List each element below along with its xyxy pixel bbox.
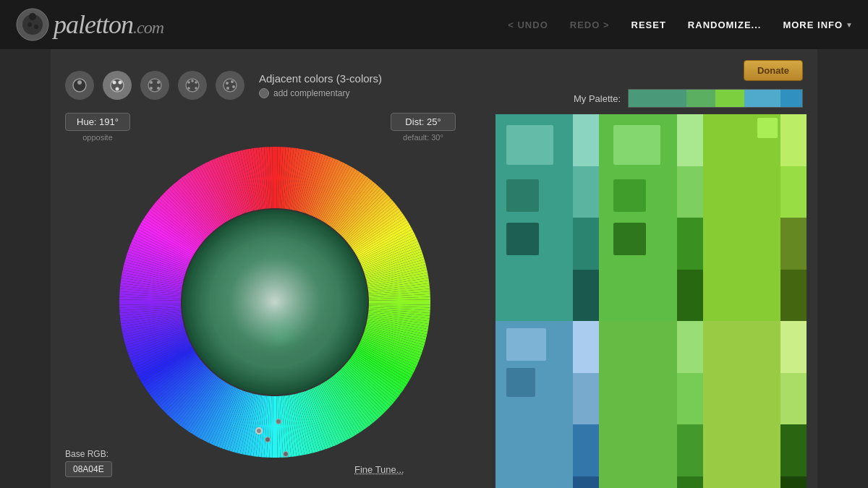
dist-value[interactable]: Dist: 25° (391, 113, 456, 131)
palette-swatch-2 (686, 90, 715, 107)
green-inner-sq-mid (613, 179, 646, 212)
svg-point-20 (187, 87, 190, 90)
teal-inner-sq-light (506, 125, 553, 165)
svg-point-4 (34, 25, 38, 29)
mid-green-right-swatches (677, 321, 703, 488)
base-rgb-value[interactable]: 08A04E (65, 461, 112, 477)
palette-cell-lime[interactable] (703, 114, 807, 321)
lime-right-swatches (780, 114, 807, 321)
logo-area: paletton.com (14, 7, 508, 43)
palette-cell-mid-green[interactable] (599, 321, 702, 488)
blue-rsw-3 (573, 424, 599, 476)
green-rsw-3 (677, 218, 703, 270)
teal-rsw-3 (573, 218, 599, 270)
palette-swatch-1 (629, 90, 686, 107)
palette-cell-blue[interactable] (495, 321, 599, 488)
main-area: Donate (51, 49, 817, 488)
hue-value[interactable]: Hue: 191° (65, 113, 130, 131)
teal-right-swatches (573, 114, 599, 321)
top-row: Adjacent colors (3-colors) add complemen… (65, 64, 803, 107)
svg-point-3 (27, 22, 32, 27)
reset-button[interactable]: RESET (631, 20, 666, 30)
mode-icon-free[interactable] (216, 71, 244, 100)
green-right-swatches (677, 114, 703, 321)
wheel-dot-4 (276, 419, 281, 424)
color-wheel[interactable] (116, 143, 434, 461)
fine-tune-button[interactable]: Fine Tune... (354, 464, 404, 475)
redo-button[interactable]: REDO > (570, 20, 610, 30)
palette-swatch-5 (780, 90, 802, 107)
wheel-dot-3 (265, 437, 271, 442)
mid-green-rsw-3 (677, 424, 703, 476)
lime-rsw-1 (780, 114, 807, 166)
blue-rsw-4 (573, 476, 599, 489)
palette-grid (495, 114, 807, 488)
mode-icon-adjacent[interactable] (103, 71, 132, 100)
blue-inner-sq-light (506, 328, 546, 361)
svg-point-14 (150, 87, 153, 90)
palette-cell-teal[interactable] (495, 114, 599, 321)
palette-cell-green[interactable] (599, 114, 702, 321)
blue-rsw-2 (573, 373, 599, 425)
lime-rsw-4 (780, 270, 807, 322)
yg-rsw-1 (780, 321, 807, 373)
svg-point-9 (119, 81, 122, 85)
svg-point-2 (29, 13, 36, 20)
green-inner-sq-dark (613, 223, 646, 255)
yg-rsw-4 (780, 476, 807, 489)
mid-green-rsw-2 (677, 373, 703, 425)
yg-rsw-3 (780, 424, 807, 476)
green-rsw-2 (677, 166, 703, 218)
add-comp-dot-icon (259, 88, 269, 98)
teal-inner-sq-dark (506, 223, 539, 255)
wheel-dot-1 (255, 427, 263, 435)
blue-inner-sq-mid (506, 368, 535, 397)
add-complementary-label: add complementary (273, 88, 349, 98)
dropdown-arrow-icon: ▼ (846, 21, 854, 29)
svg-point-26 (226, 87, 229, 90)
green-inner-sq-light (613, 125, 660, 165)
dist-sub: default: 30° (403, 133, 443, 142)
dist-control: Dist: 25° default: 30° (391, 113, 456, 142)
palette-type: Adjacent colors (3-colors) add complemen… (259, 72, 382, 98)
logo-domain: .com (133, 18, 163, 37)
svg-point-21 (195, 87, 197, 90)
more-info-button[interactable]: MORE INFO ▼ (783, 20, 854, 30)
svg-point-8 (113, 81, 116, 85)
randomize-button[interactable]: RANDOMIZE... (688, 20, 762, 30)
palette-cell-yellow-green[interactable] (703, 321, 807, 488)
mode-icon-mono[interactable] (65, 71, 94, 100)
lime-top-right (757, 118, 778, 138)
svg-point-25 (232, 85, 235, 88)
green-rsw-4 (677, 270, 703, 322)
wheel-container[interactable] (101, 143, 448, 488)
teal-inner-sq-mid (506, 179, 539, 212)
blue-right-swatches (573, 321, 599, 488)
yg-rsw-2 (780, 373, 807, 425)
lime-rsw-2 (780, 166, 807, 218)
undo-button[interactable]: < UNDO (508, 20, 548, 30)
lime-rsw-3 (780, 218, 807, 270)
svg-point-13 (157, 81, 160, 84)
palette-swatch-4 (744, 90, 780, 107)
wheel-dot-2 (283, 451, 289, 457)
hue-control: Hue: 191° opposite (65, 113, 130, 142)
svg-point-22 (224, 79, 237, 92)
mode-icon-tetrad[interactable] (178, 71, 207, 100)
donate-button[interactable]: Donate (744, 60, 803, 81)
my-palette-area: My Palette: (574, 89, 803, 108)
blue-rsw-1 (573, 321, 599, 373)
add-complementary[interactable]: add complementary (259, 88, 382, 98)
my-palette-label: My Palette: (574, 93, 621, 104)
palette-type-label: Adjacent colors (3-colors) (259, 72, 382, 85)
mode-icons (65, 71, 244, 100)
mode-icon-triad[interactable] (140, 71, 169, 100)
base-rgb-area: Base RGB: 08A04E (65, 449, 112, 477)
palette-swatches[interactable] (628, 89, 803, 108)
svg-point-17 (187, 81, 190, 84)
teal-rsw-2 (573, 166, 599, 218)
svg-point-12 (150, 81, 153, 84)
svg-point-23 (226, 82, 229, 85)
nav-buttons: < UNDO REDO > RESET RANDOMIZE... MORE IN… (508, 20, 854, 30)
yg-right-swatches (780, 321, 807, 488)
